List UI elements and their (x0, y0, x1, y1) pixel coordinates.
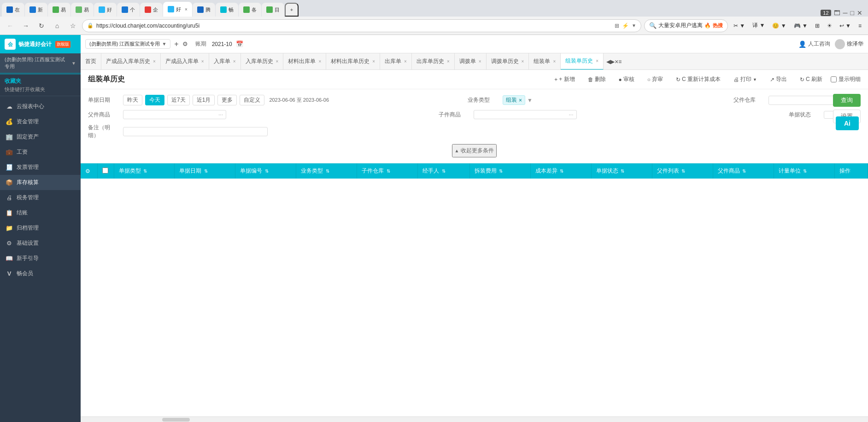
translate-btn[interactable]: 译 ▼ (750, 20, 768, 32)
browser-tab-2[interactable]: 易 (48, 3, 70, 17)
print-button[interactable]: 🖨 打印 ▼ (729, 74, 762, 85)
add-button[interactable]: + + 新增 (550, 74, 579, 85)
sidebar-item-tax[interactable]: 🖨 税务管理 (0, 190, 81, 205)
select-all-checkbox[interactable] (102, 168, 108, 173)
ai-button[interactable]: Ai (836, 116, 859, 130)
company-selector[interactable]: (勿删勿禁用) 江西服宝测试专用 ▼ (85, 39, 170, 49)
remarks-field[interactable] (126, 128, 264, 135)
nav-tab-assembly[interactable]: 组装单 × (529, 53, 561, 70)
nav-more-button[interactable]: ≡ (618, 58, 622, 65)
th-doc-number[interactable]: 单据编号 ⇅ (235, 163, 296, 179)
nav-tab-home[interactable]: 首页 (81, 53, 101, 70)
nav-tab-transfer-history[interactable]: 调拨单历史 × (487, 53, 529, 70)
browser-tab-1[interactable]: 新 (25, 3, 47, 17)
nav-tab-material-out-history[interactable]: 材料出库单历史 × (326, 53, 380, 70)
nav-tab-close-4[interactable]: × (276, 59, 279, 64)
calendar-button[interactable]: 📅 (236, 40, 243, 47)
display-toggle-label[interactable]: 显示明细 (831, 75, 861, 83)
date-btn-yesterday[interactable]: 昨天 (123, 95, 142, 105)
user-avatar[interactable]: 徐泽华 (835, 39, 863, 49)
sidebar-company[interactable]: (勿删勿禁用) 江西服宝测试专用 ▼ (0, 53, 81, 73)
nav-tab-product-in-history[interactable]: 产成品入库单历史 × (101, 53, 161, 70)
sidebar-item-member[interactable]: V 畅会员 (0, 266, 81, 281)
th-unit[interactable]: 计量单位 ⇅ (774, 163, 834, 179)
browser-tab-9[interactable]: 畅 (216, 3, 238, 17)
th-checkbox[interactable] (97, 163, 114, 179)
nav-tab-stock-in-history[interactable]: 入库单历史 × (241, 53, 284, 70)
add-company-button[interactable]: + (174, 40, 178, 48)
game-btn[interactable]: 🎮 ▼ (791, 20, 810, 32)
nav-tab-close-9[interactable]: × (479, 59, 481, 64)
date-btn-today[interactable]: 今天 (145, 95, 164, 105)
nav-tab-close-5[interactable]: × (318, 59, 321, 64)
minimize-button[interactable]: ─ (843, 9, 848, 17)
tab-close-7[interactable]: × (185, 7, 188, 12)
browser-tab-0[interactable]: 在 (2, 3, 24, 17)
th-doc-status[interactable]: 单据状态 ⇅ (591, 163, 652, 179)
business-type-tag-close[interactable]: × (519, 97, 522, 104)
nav-tab-close-3[interactable]: × (233, 59, 236, 64)
scrollbar-thumb[interactable] (162, 418, 190, 422)
th-business-type[interactable]: 业务类型 ⇅ (296, 163, 357, 179)
child-product-more[interactable]: ··· (569, 111, 574, 118)
sidebar-item-invoice[interactable]: 🧾 发票管理 (0, 160, 81, 175)
nav-tab-close-6[interactable]: × (372, 59, 375, 64)
refresh-button[interactable]: ↻ C 刷新 (795, 74, 827, 85)
date-btn-1month[interactable]: 近1月 (193, 95, 215, 105)
date-btn-more[interactable]: 更多 (217, 95, 237, 105)
browser-tab-3[interactable]: 易 (71, 3, 94, 17)
th-doc-type[interactable]: 单据类型 ⇅ (114, 163, 175, 179)
abandon-button[interactable]: ○ 弃审 (643, 74, 668, 85)
nav-tab-close-10[interactable]: × (522, 59, 524, 64)
nav-tab-close-2[interactable]: × (201, 59, 204, 64)
collapse-button[interactable]: ▲ 收起更多条件 (452, 144, 497, 157)
new-tab-button[interactable]: + (285, 3, 299, 17)
scissors-btn[interactable]: ✂ ▼ (731, 20, 748, 32)
nav-tab-close-8[interactable]: × (447, 59, 450, 64)
support-area[interactable]: 👤 人工咨询 (798, 40, 830, 48)
settings-gear-button[interactable]: ⚙ (182, 40, 188, 47)
favorites-sub[interactable]: 快捷键打开收藏夹 (5, 86, 76, 93)
grid-btn[interactable]: ⊞ (812, 20, 822, 32)
url-bar[interactable]: 🔒 https://cloud.chanjet.com/accounting/u… (82, 19, 641, 32)
home-button[interactable]: ⌂ (51, 19, 64, 32)
undo-btn[interactable]: ↩ ▼ (837, 20, 854, 32)
sidebar-item-close-account[interactable]: 📋 结账 (0, 205, 81, 220)
browser-tab-5[interactable]: 个 (117, 3, 140, 17)
th-doc-date[interactable]: 单据日期 ⇅ (175, 163, 235, 179)
query-button[interactable]: 查询 (833, 94, 861, 107)
back-button[interactable]: ← (4, 19, 17, 32)
remarks-input[interactable] (123, 127, 268, 136)
display-toggle-checkbox[interactable] (831, 76, 837, 82)
th-cost-diff[interactable]: 成本差异 ⇅ (530, 163, 591, 179)
bookmark-button[interactable]: ☆ (66, 19, 79, 32)
menu-btn[interactable]: ≡ (856, 20, 864, 32)
browser-tab-11[interactable]: 目 (262, 3, 284, 17)
browser-tab-10[interactable]: 各 (239, 3, 261, 17)
th-settings[interactable]: ⚙ (81, 163, 97, 179)
sidebar-item-fixed-assets[interactable]: 🏢 固定资产 (0, 129, 81, 145)
nav-tab-product-in[interactable]: 产成品入库单 × (161, 53, 209, 70)
delete-button[interactable]: 🗑 删除 (583, 74, 610, 85)
close-button[interactable]: ✕ (857, 9, 862, 17)
browser-tab-7[interactable]: 好 × (163, 2, 192, 17)
nav-tab-material-out[interactable]: 材料出库单 × (283, 53, 326, 70)
nav-tab-assembly-history[interactable]: 组装单历史 × (561, 53, 604, 70)
th-assembly-cost[interactable]: 拆装费用 ⇅ (470, 163, 531, 179)
sidebar-item-inventory[interactable]: 📦 库存核算 (0, 175, 81, 190)
nav-tab-stock-out[interactable]: 出库单 × (380, 53, 412, 70)
browser-tab-4[interactable]: 好 (94, 3, 117, 17)
sun-btn[interactable]: ☀ (824, 20, 835, 32)
maximize-button[interactable]: □ (850, 9, 854, 17)
scrollbar-track[interactable] (81, 416, 868, 422)
nav-tab-close-7[interactable]: × (404, 59, 407, 64)
recalculate-button[interactable]: ↻ C 重新计算成本 (671, 74, 725, 85)
review-button[interactable]: ● 审核 (614, 74, 639, 85)
browser-tab-8[interactable]: 腾 (193, 3, 215, 17)
date-btn-custom[interactable]: 自定义 (240, 95, 264, 105)
sidebar-item-guide[interactable]: 📖 新手引导 (0, 251, 81, 266)
nav-tab-stock-out-history[interactable]: 出库单历史 × (412, 53, 455, 70)
refresh-button[interactable]: ↻ (35, 19, 48, 32)
th-handler[interactable]: 经手人 ⇅ (418, 163, 470, 179)
date-btn-7days[interactable]: 近7天 (167, 95, 190, 105)
